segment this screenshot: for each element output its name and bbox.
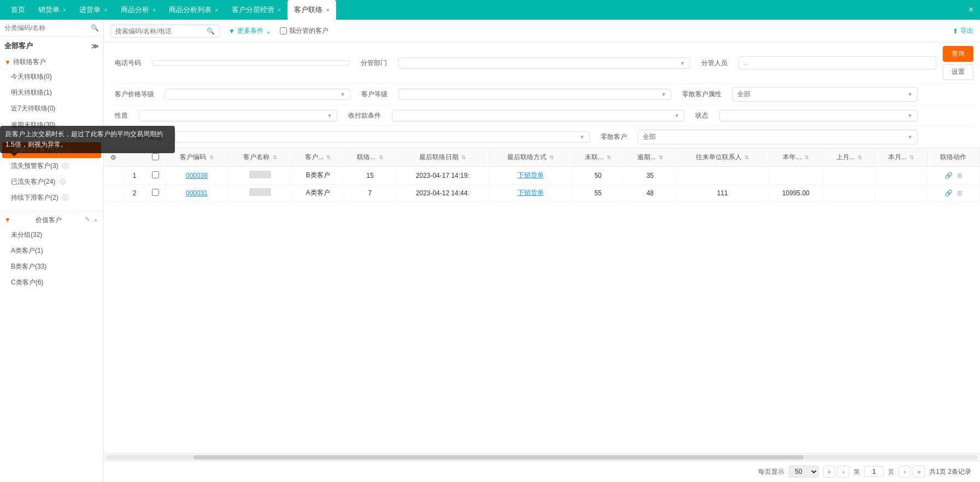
status-label: 状态 bbox=[691, 109, 713, 123]
row-overdue: 35 bbox=[624, 167, 676, 184]
sort-icon[interactable]: ⇅ bbox=[379, 154, 383, 160]
more-action-icon[interactable]: ⊞ bbox=[957, 189, 963, 197]
settings-button[interactable]: 设置 bbox=[943, 64, 973, 80]
select-all-checkbox[interactable] bbox=[152, 153, 159, 160]
row-checkbox[interactable] bbox=[145, 167, 165, 184]
nav-close-icon[interactable]: × bbox=[215, 0, 218, 20]
sidebar-item-ungrouped[interactable]: 未分组(32) bbox=[0, 227, 103, 243]
query-button[interactable]: 查询 bbox=[943, 46, 973, 62]
col-level: 客户... ⇅ bbox=[292, 148, 344, 167]
nav-close-icon[interactable]: × bbox=[278, 0, 281, 20]
nav-purchase-order[interactable]: 进货单 × bbox=[73, 0, 114, 20]
info-icon: ⓘ bbox=[62, 194, 68, 201]
sidebar-item-a-class[interactable]: A类客户(1) bbox=[0, 243, 103, 259]
row-last-date: 2023-04-12 14:44: bbox=[396, 184, 489, 202]
row-last-method[interactable]: 下销货单 bbox=[489, 184, 572, 202]
add-icon[interactable]: ＋ bbox=[92, 216, 99, 225]
dept-field[interactable]: ▼ bbox=[398, 57, 690, 69]
sidebar-search-icon[interactable]: 🔍 bbox=[91, 24, 99, 32]
per-page-select[interactable]: 50 20 100 bbox=[789, 466, 819, 478]
sidebar-item-7days[interactable]: 近7天待联络(0) bbox=[0, 101, 103, 117]
row-check[interactable] bbox=[152, 171, 159, 178]
sort-icon[interactable]: ⇅ bbox=[659, 154, 663, 160]
contact-icon[interactable]: 🔗 bbox=[944, 172, 953, 179]
sidebar-item-churned[interactable]: 已流失客户(24) ⓘ bbox=[0, 174, 103, 190]
sidebar-item-churn-warning[interactable]: 流失预警客户(3) ⓘ bbox=[0, 158, 103, 174]
nav-customer-contact[interactable]: 客户联络 × bbox=[287, 0, 336, 20]
sort-icon[interactable]: ⇅ bbox=[909, 154, 914, 160]
customer-table: ⚙ 客户编码 ⇅ 客户名称 ⇅ bbox=[104, 148, 980, 202]
retail-attr-field[interactable]: 全部 ▼ bbox=[732, 87, 918, 102]
nav-close-icon[interactable]: × bbox=[104, 0, 107, 20]
nav-home[interactable]: 首页 bbox=[4, 0, 32, 20]
prev-page-btn[interactable]: ‹ bbox=[837, 466, 849, 478]
payment-field[interactable]: ▼ bbox=[392, 110, 684, 121]
person-field[interactable]: ... bbox=[738, 56, 936, 69]
edit-icon[interactable]: ✎ bbox=[85, 216, 90, 225]
search-input[interactable] bbox=[115, 27, 204, 35]
pending-group-title[interactable]: ▼ 待联络客户 bbox=[0, 55, 103, 69]
chevron-down-icon: ▼ bbox=[674, 113, 679, 119]
customer-type-field[interactable]: ▼ bbox=[175, 131, 590, 143]
more-action-icon[interactable]: ⊞ bbox=[957, 172, 963, 179]
sort-icon[interactable]: ⇅ bbox=[858, 154, 862, 160]
nav-close-icon[interactable]: × bbox=[63, 0, 66, 20]
close-all-tabs-icon[interactable]: × bbox=[969, 5, 973, 15]
chevron-down-icon: ▼ bbox=[340, 91, 345, 97]
export-btn[interactable]: ⬆ 导出 bbox=[953, 26, 973, 36]
sidebar-item-today[interactable]: 今天待联络(0) bbox=[0, 69, 103, 85]
sort-icon[interactable]: ⇅ bbox=[461, 154, 466, 160]
row-last-method[interactable]: 下销货单 bbox=[489, 167, 572, 184]
next-page-btn[interactable]: › bbox=[899, 466, 911, 478]
sidebar-item-b-class[interactable]: B类客户(33) bbox=[0, 259, 103, 275]
sort-icon[interactable]: ⇅ bbox=[744, 154, 749, 160]
nav-close-icon[interactable]: × bbox=[326, 0, 329, 20]
my-customers-check-input[interactable] bbox=[280, 27, 287, 34]
nav-close-icon[interactable]: × bbox=[152, 0, 156, 20]
filter-row-3: 性质 ▼ 收付款条件 ▼ 状态 ▼ bbox=[110, 106, 973, 126]
chevron-down-icon: ▼ bbox=[680, 60, 685, 66]
status-field[interactable]: ▼ bbox=[719, 110, 918, 121]
sidebar-divider-2 bbox=[0, 211, 103, 211]
search-icon[interactable]: 🔍 bbox=[207, 27, 215, 35]
nav-product-analysis[interactable]: 商品分析 × bbox=[114, 0, 162, 20]
contact-icon[interactable]: 🔗 bbox=[944, 189, 953, 197]
row-check[interactable] bbox=[152, 189, 159, 196]
sidebar-search-input[interactable] bbox=[4, 24, 89, 32]
col-actions: 联络动作 bbox=[927, 148, 979, 167]
nav-customer-segmentation[interactable]: 客户分层经营 × bbox=[225, 0, 287, 20]
sort-icon[interactable]: ⇅ bbox=[607, 154, 611, 160]
row-checkbox[interactable] bbox=[145, 184, 165, 202]
row-last-date: 2023-04-17 14:19: bbox=[396, 167, 489, 184]
customer-level-field[interactable]: ▼ bbox=[398, 89, 671, 100]
horizontal-scrollbar[interactable] bbox=[104, 453, 980, 461]
page-input[interactable] bbox=[864, 466, 884, 477]
row-code[interactable]: 000039 bbox=[165, 167, 228, 184]
price-level-field[interactable]: ▼ bbox=[165, 89, 350, 100]
nav-product-analysis-list[interactable]: 商品分析列表 × bbox=[162, 0, 225, 20]
sort-icon[interactable]: ⇅ bbox=[326, 154, 331, 160]
more-conditions-btn[interactable]: ▼ 更多条件 ⌄ bbox=[224, 24, 275, 38]
retail-customer-field[interactable]: 全部 ▼ bbox=[638, 130, 918, 144]
phone-field[interactable] bbox=[152, 60, 350, 66]
retail-attr-label: 零散客户属性 bbox=[678, 88, 726, 101]
sidebar-item-c-class[interactable]: C类客户(6) bbox=[0, 275, 103, 291]
first-page-btn[interactable]: « bbox=[823, 466, 835, 478]
last-page-btn[interactable]: » bbox=[913, 466, 925, 478]
value-customer-group-header[interactable]: ▼ 价值客户 ✎ ＋ bbox=[0, 213, 103, 227]
sidebar-item-tomorrow[interactable]: 明天待联络(1) bbox=[0, 85, 103, 101]
row-unit-contact bbox=[676, 167, 768, 184]
gender-field[interactable]: ▼ bbox=[139, 110, 337, 121]
sort-icon[interactable]: ⇅ bbox=[209, 154, 214, 160]
row-code[interactable]: 000031 bbox=[165, 184, 228, 202]
sort-icon[interactable]: ⇅ bbox=[549, 154, 554, 160]
sort-icon[interactable]: ⇅ bbox=[273, 154, 277, 160]
table-row: 2 000031 A类客户 7 2023-04-12 14:44: 下销货单 5… bbox=[104, 184, 980, 202]
sort-icon[interactable]: ⇅ bbox=[805, 154, 809, 160]
collapse-sidebar-icon[interactable]: ≫ bbox=[91, 42, 99, 50]
row-uncontacted: 55 bbox=[572, 184, 624, 202]
nav-sales-order[interactable]: 销货单 × bbox=[32, 0, 73, 20]
sidebar-item-declining[interactable]: 持续下滑客户(2) ⓘ bbox=[0, 190, 103, 206]
my-customers-checkbox[interactable]: 我分管的客户 bbox=[280, 26, 328, 36]
scrollbar-thumb[interactable] bbox=[193, 455, 804, 460]
